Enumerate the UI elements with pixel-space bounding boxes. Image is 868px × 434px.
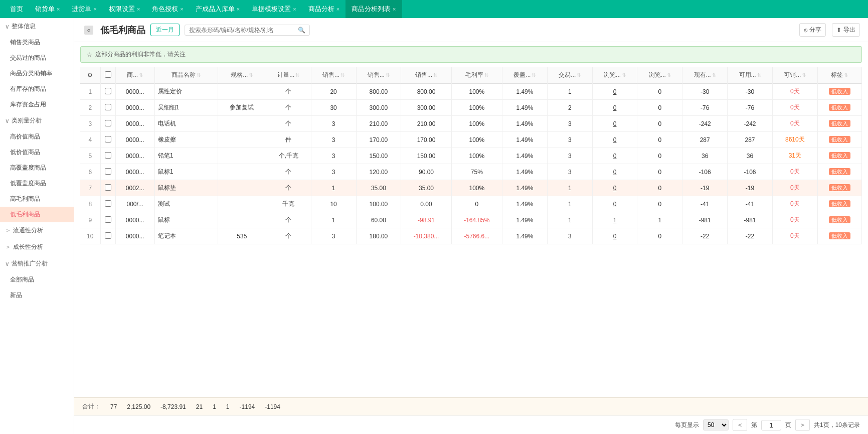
sidebar-item-sales-products[interactable]: 销售类商品	[0, 35, 74, 50]
sidebar-group-overall[interactable]: ∨ 整体信息	[0, 18, 74, 35]
sidebar-item-high-margin[interactable]: 高毛利商品	[0, 191, 74, 207]
row-code: 0002...	[115, 180, 154, 196]
row-checkbox[interactable]	[100, 116, 115, 132]
sidebar-item-inventory-funds[interactable]: 库存资金占用	[0, 97, 74, 112]
row-browse1[interactable]: 1	[592, 212, 637, 228]
export-button[interactable]: ⬆ 导出	[832, 23, 860, 37]
sidebar-item-stocked-products[interactable]: 有库存的商品	[0, 81, 74, 97]
row-available: -22	[728, 228, 773, 244]
filter-period-button[interactable]: 近一月	[150, 24, 180, 36]
close-icon[interactable]: ×	[293, 6, 296, 12]
row-checkbox[interactable]	[100, 164, 115, 180]
tag-badge: 低收入	[829, 200, 850, 207]
row-sales-amount: 35.00	[401, 180, 451, 196]
close-icon[interactable]: ×	[180, 6, 183, 12]
row-browse1[interactable]: 0	[592, 164, 637, 180]
row-browse1[interactable]: 0	[592, 180, 637, 196]
share-button[interactable]: ⎋ 分享	[799, 23, 826, 37]
row-browse1[interactable]: 0	[592, 196, 637, 212]
row-sales-amount: -98.91	[401, 212, 451, 228]
collapse-sidebar-button[interactable]: «	[84, 26, 93, 35]
per-page-select[interactable]: 50 100 200	[703, 419, 729, 430]
nav-item-home[interactable]: 首页	[4, 0, 29, 18]
nav-item-roles[interactable]: 角色授权 ×	[146, 0, 189, 18]
row-checkbox[interactable]	[100, 212, 115, 228]
row-gross-rate: 100%	[451, 84, 502, 100]
sidebar-item-category-assist[interactable]: 商品分类助销率	[0, 66, 74, 81]
row-available: 36	[728, 148, 773, 164]
row-browse1[interactable]: 0	[592, 148, 637, 164]
sidebar-item-low-margin[interactable]: 低毛利商品	[0, 207, 74, 222]
close-icon[interactable]: ×	[137, 6, 140, 12]
sidebar-item-low-value[interactable]: 低价值商品	[0, 144, 74, 160]
sidebar-group-circulation[interactable]: ＞ 流通性分析	[0, 222, 74, 239]
select-all-checkbox[interactable]	[105, 71, 111, 78]
row-browse1[interactable]: 0	[592, 84, 637, 100]
row-select-checkbox[interactable]	[105, 120, 111, 126]
close-icon[interactable]: ×	[393, 6, 396, 12]
row-select-checkbox[interactable]	[105, 184, 111, 191]
nav-item-permissions[interactable]: 权限设置 ×	[103, 0, 146, 18]
row-select-checkbox[interactable]	[105, 232, 111, 239]
row-checkbox[interactable]	[100, 100, 115, 116]
row-checkbox[interactable]	[100, 132, 115, 148]
coverage-column-header: 覆盖...⇅	[502, 67, 548, 84]
close-icon[interactable]: ×	[237, 6, 240, 12]
row-select-checkbox[interactable]	[105, 152, 111, 159]
sidebar-item-high-coverage[interactable]: 高覆盖度商品	[0, 160, 74, 176]
row-name: 吴细细1	[154, 100, 218, 116]
row-select-checkbox[interactable]	[105, 104, 111, 110]
sidebar-item-new-products[interactable]: 新品	[0, 287, 74, 303]
row-spec	[218, 132, 266, 148]
row-sales-price: 300.00	[356, 100, 401, 116]
next-page-button[interactable]: ＞	[795, 419, 810, 431]
search-input[interactable]	[189, 27, 296, 34]
row-tag: 低收入	[817, 84, 861, 100]
nav-item-template[interactable]: 单据模板设置 ×	[246, 0, 302, 18]
nav-item-product-in[interactable]: 产成品入库单 ×	[190, 0, 246, 18]
row-code: 0000...	[115, 132, 154, 148]
row-browse1[interactable]: 0	[592, 228, 637, 244]
row-current: 36	[682, 148, 728, 164]
row-browse1[interactable]: 0	[592, 116, 637, 132]
row-select-checkbox[interactable]	[105, 136, 111, 142]
settings-column-header[interactable]: ⚙	[80, 67, 100, 84]
sidebar-group-category[interactable]: ∨ 类别量分析	[0, 112, 74, 129]
nav-item-purchase[interactable]: 进货单 ×	[66, 0, 102, 18]
row-select-checkbox[interactable]	[105, 216, 111, 223]
table-row: 10 0000... 笔记本 535 个 3 180.00 -10,380...…	[80, 228, 862, 244]
row-select-checkbox[interactable]	[105, 88, 111, 94]
row-checkbox[interactable]	[100, 84, 115, 100]
row-sales-price: 150.00	[356, 148, 401, 164]
row-gross-rate: -164.85%	[451, 212, 502, 228]
row-saleable: 0天	[772, 116, 817, 132]
sidebar-item-traded-products[interactable]: 交易过的商品	[0, 50, 74, 66]
footer-sales-price: 2,125.00	[127, 403, 150, 410]
sidebar-group-marketing[interactable]: ∨ 营销推广分析	[0, 255, 74, 272]
sidebar-item-all-products[interactable]: 全部商品	[0, 272, 74, 287]
prev-page-button[interactable]: ＜	[733, 419, 747, 431]
row-checkbox[interactable]	[100, 228, 115, 244]
row-number: 9	[80, 212, 100, 228]
row-browse1[interactable]: 0	[592, 132, 637, 148]
row-select-checkbox[interactable]	[105, 200, 111, 207]
row-select-checkbox[interactable]	[105, 168, 111, 175]
close-icon[interactable]: ×	[57, 6, 60, 12]
close-icon[interactable]: ×	[336, 6, 339, 12]
row-tag: 低收入	[817, 148, 861, 164]
sidebar-item-low-coverage[interactable]: 低覆盖度商品	[0, 176, 74, 191]
checkbox-column-header[interactable]	[100, 67, 115, 84]
sidebar-item-high-value[interactable]: 高价值商品	[0, 129, 74, 144]
row-checkbox[interactable]	[100, 148, 115, 164]
row-browse1[interactable]: 0	[592, 100, 637, 116]
page-number-input[interactable]	[761, 420, 781, 430]
close-icon[interactable]: ×	[93, 6, 96, 12]
nav-item-sales[interactable]: 销货单 ×	[29, 0, 66, 18]
nav-item-analysis-list[interactable]: 商品分析列表 ×	[345, 0, 402, 18]
row-checkbox[interactable]	[100, 180, 115, 196]
row-code: 0000...	[115, 84, 154, 100]
row-unit: 个	[266, 84, 311, 100]
nav-item-product-analysis[interactable]: 商品分析 ×	[302, 0, 345, 18]
sidebar-group-growth[interactable]: ＞ 成长性分析	[0, 239, 74, 255]
row-checkbox[interactable]	[100, 196, 115, 212]
